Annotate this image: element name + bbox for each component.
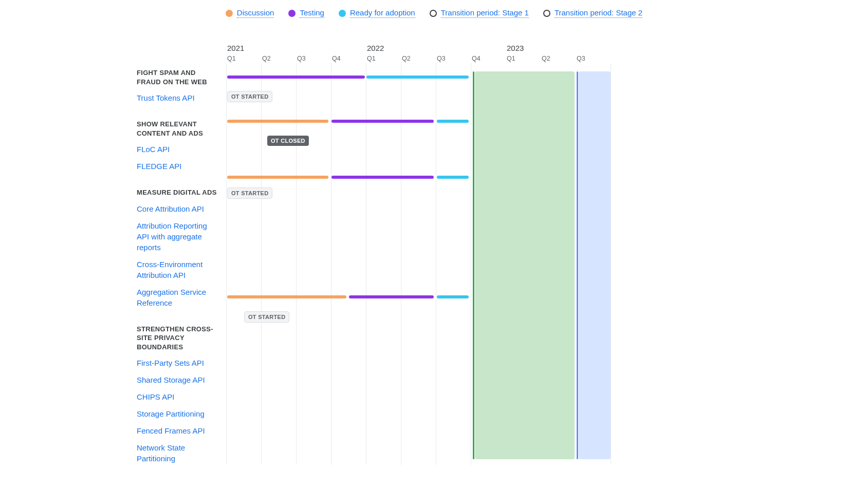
- section-title: SHOW RELEVANT CONTENT AND ADS: [137, 120, 219, 138]
- badge-ot-started: OT STARTED: [244, 311, 289, 323]
- year-label: 2022: [367, 44, 384, 52]
- legend-label: Ready for adoption: [350, 8, 415, 18]
- section-fight-spam: FIGHT SPAM AND FRAUD ON THE WEB Trust To…: [137, 68, 226, 103]
- timeline-chart: 2021 2022 2023 Q1 Q2 Q3 Q4 Q1 Q2 Q3 Q4 Q…: [226, 44, 868, 465]
- bar-testing: [227, 76, 365, 79]
- api-link-fledge[interactable]: FLEDGE API: [137, 161, 226, 172]
- legend-label: Testing: [300, 8, 324, 18]
- q-label: Q3: [297, 55, 306, 62]
- q-label: Q2: [402, 55, 411, 62]
- q-label: Q1: [367, 55, 376, 62]
- api-link-chips[interactable]: CHIPS API: [137, 391, 226, 402]
- stage1-band: [475, 71, 575, 459]
- section-title: FIGHT SPAM AND FRAUD ON THE WEB: [137, 68, 214, 86]
- section-title: STRENGTHEN CROSS-SITE PRIVACY BOUNDARIES: [137, 325, 219, 352]
- legend-dot-icon: [339, 10, 346, 17]
- api-link-fps[interactable]: First-Party Sets API: [137, 358, 226, 368]
- stage2-start-line: [577, 71, 578, 459]
- q-label: Q3: [577, 55, 585, 62]
- grid-line: [401, 63, 401, 465]
- legend-label: Discussion: [237, 8, 274, 18]
- legend-item-stage2[interactable]: Transition period: Stage 2: [543, 8, 642, 18]
- q-label: Q1: [507, 55, 515, 62]
- badge-ot-closed: OT CLOSED: [267, 136, 309, 146]
- legend-label: Transition period: Stage 1: [441, 8, 529, 18]
- legend-dot-icon: [226, 10, 233, 17]
- api-link-attr-reporting[interactable]: Attribution Reporting API with aggregate…: [137, 220, 214, 253]
- bar-ready: [437, 120, 469, 123]
- bar-testing: [331, 176, 434, 179]
- bar-ready: [366, 76, 469, 79]
- section-title: MEASURE DIGITAL ADS: [137, 188, 226, 197]
- grid-line: [331, 63, 331, 465]
- axis: 2021 2022 2023 Q1 Q2 Q3 Q4 Q1 Q2 Q3 Q4 Q…: [226, 44, 868, 71]
- bar-discussion: [227, 176, 328, 179]
- section-measure-ads: MEASURE DIGITAL ADS Core Attribution API…: [137, 188, 226, 308]
- grid-line: [611, 63, 611, 465]
- grid-line: [471, 63, 471, 465]
- legend-dot-icon: [543, 10, 550, 17]
- section-cross-site: STRENGTHEN CROSS-SITE PRIVACY BOUNDARIES…: [137, 325, 226, 464]
- bar-ready: [437, 176, 469, 179]
- grid-line: [226, 63, 227, 465]
- legend-item-ready[interactable]: Ready for adoption: [339, 8, 415, 18]
- q-label: Q2: [262, 55, 271, 62]
- bar-discussion: [227, 120, 328, 123]
- row-labels: FIGHT SPAM AND FRAUD ON THE WEB Trust To…: [0, 44, 226, 465]
- badge-ot-started: OT STARTED: [227, 187, 272, 199]
- bar-discussion: [227, 295, 346, 298]
- legend-item-testing[interactable]: Testing: [288, 8, 324, 18]
- section-relevant-content: SHOW RELEVANT CONTENT AND ADS FLoC API F…: [137, 120, 226, 172]
- api-link-floc[interactable]: FLoC API: [137, 144, 226, 155]
- stage2-band: [579, 71, 611, 459]
- q-label: Q4: [332, 55, 341, 62]
- api-link-network-state[interactable]: Network State Partitioning: [137, 442, 198, 464]
- bar-ready: [437, 295, 469, 298]
- q-label: Q2: [542, 55, 550, 62]
- legend: Discussion Testing Ready for adoption Tr…: [0, 8, 868, 18]
- badge-ot-started: OT STARTED: [227, 91, 272, 102]
- api-link-cross-env-attr[interactable]: Cross-Environment Attribution API: [137, 259, 214, 280]
- q-label: Q3: [437, 55, 446, 62]
- year-label: 2021: [227, 44, 244, 52]
- api-link-fenced-frames[interactable]: Fenced Frames API: [137, 425, 226, 436]
- legend-item-discussion[interactable]: Discussion: [226, 8, 274, 18]
- grid-line: [436, 63, 436, 465]
- api-link-core-attribution[interactable]: Core Attribution API: [137, 203, 226, 214]
- api-link-aggregation-svc[interactable]: Aggregation Service Reference: [137, 287, 214, 308]
- api-link-shared-storage[interactable]: Shared Storage API: [137, 374, 226, 385]
- legend-dot-icon: [430, 10, 437, 17]
- api-link-storage-part[interactable]: Storage Partitioning: [137, 408, 226, 419]
- api-link-trust-tokens[interactable]: Trust Tokens API: [137, 92, 226, 103]
- legend-label: Transition period: Stage 2: [555, 8, 642, 18]
- legend-item-stage1[interactable]: Transition period: Stage 1: [430, 8, 529, 18]
- year-label: 2023: [507, 44, 524, 52]
- legend-dot-icon: [288, 10, 296, 17]
- bar-testing: [349, 295, 434, 298]
- grid-line: [366, 63, 366, 465]
- q-label: Q1: [227, 55, 236, 62]
- stage1-start-line: [473, 71, 474, 459]
- grid-line: [261, 63, 262, 465]
- q-label: Q4: [472, 55, 481, 62]
- grid-line: [296, 63, 297, 465]
- bar-testing: [331, 120, 434, 123]
